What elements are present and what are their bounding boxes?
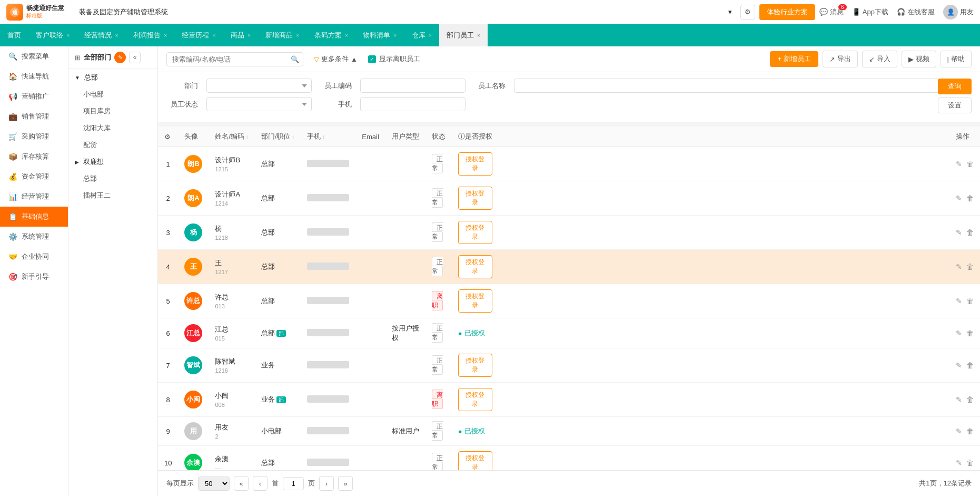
tree-item-xiaodianbu[interactable]: 小电部	[68, 86, 157, 103]
tab-barcode[interactable]: 条码方案 ×	[307, 24, 355, 46]
page-size-select[interactable]: 50 100	[198, 476, 230, 491]
auth-login-button[interactable]: 授权登录	[458, 388, 492, 411]
tab-close-customer[interactable]: ×	[66, 32, 70, 38]
edit-button[interactable]: ✎	[956, 427, 962, 435]
tab-warehouse[interactable]: 仓库 ×	[404, 24, 439, 46]
more-filter-button[interactable]: ▽ 更多条件 ▲	[309, 52, 363, 66]
delete-button[interactable]: 🗑	[966, 427, 974, 435]
help-button[interactable]: | 帮助	[941, 51, 972, 67]
sidebar-item-quicknav[interactable]: 🏠 快速导航	[0, 66, 68, 86]
sidebar-item-basicinfo[interactable]: 📋 基础信息	[0, 207, 68, 227]
sidebar-item-sysmanage[interactable]: ⚙️ 系统管理	[0, 227, 68, 247]
edit-button[interactable]: ✎	[956, 262, 962, 271]
delete-button[interactable]: 🗑	[966, 395, 974, 404]
tree-item-projectroom[interactable]: 项目库房	[68, 103, 157, 120]
delete-button[interactable]: 🗑	[966, 194, 974, 202]
show-resign-checkbox[interactable]: ✓	[368, 55, 376, 63]
tab-close-operation[interactable]: ×	[115, 32, 118, 38]
edit-button[interactable]: ✎	[956, 297, 962, 305]
auth-login-button[interactable]: 授权登录	[458, 255, 492, 278]
col-settings[interactable]: ⚙	[158, 127, 178, 147]
tab-operation[interactable]: 经营情况 ×	[77, 24, 125, 46]
sidebar-item-sales[interactable]: 💼 销售管理	[0, 106, 68, 127]
tab-close-warehouse[interactable]: ×	[429, 32, 432, 38]
import-button[interactable]: ↙ 导入	[862, 51, 897, 67]
delete-button[interactable]: 🗑	[966, 361, 974, 369]
sidebar-item-finance[interactable]: 💰 资金管理	[0, 167, 68, 187]
tree-item-peihuo[interactable]: 配货	[68, 137, 157, 153]
sidebar-item-guide[interactable]: 🎯 新手引导	[0, 267, 68, 287]
tab-bom[interactable]: 物料清单 ×	[355, 24, 404, 46]
edit-button[interactable]: ✎	[956, 361, 962, 369]
delete-button[interactable]: 🗑	[966, 297, 974, 305]
tab-close-barcode[interactable]: ×	[345, 32, 348, 38]
first-page-button[interactable]: «	[234, 476, 249, 491]
tab-goods[interactable]: 商品 ×	[223, 24, 258, 46]
search-icon-button[interactable]: 🔍	[291, 55, 299, 63]
edit-button[interactable]: ✎	[956, 459, 962, 467]
user-avatar-button[interactable]: 👤 用友	[943, 5, 974, 20]
auth-login-button[interactable]: 授权登录	[458, 451, 492, 470]
tab-close-department[interactable]: ×	[477, 32, 480, 38]
col-phone[interactable]: 手机	[301, 127, 355, 147]
tab-customer[interactable]: 客户联络 ×	[28, 24, 77, 46]
next-page-button[interactable]: ›	[319, 476, 334, 491]
auth-login-button[interactable]: 授权登录	[458, 187, 492, 210]
tree-item-shuanglu-group[interactable]: ▶双鹿想	[68, 153, 157, 170]
auth-login-button[interactable]: 授权登录	[458, 354, 492, 377]
tree-edit-button[interactable]: ✎	[114, 52, 126, 63]
app-download-button[interactable]: 📱 App下载	[852, 7, 888, 17]
query-button[interactable]: 查询	[938, 79, 972, 94]
add-employee-button[interactable]: + 新增员工	[770, 51, 818, 67]
tree-item-shenyang[interactable]: 沈阳大库	[68, 120, 157, 137]
dept-filter-select[interactable]	[206, 79, 312, 93]
search-input[interactable]	[166, 52, 303, 66]
sys-title-dropdown[interactable]: ▾	[724, 6, 736, 18]
delete-button[interactable]: 🗑	[966, 228, 974, 237]
settings-button[interactable]: ⚙	[740, 5, 755, 20]
sidebar-item-purchase[interactable]: 🛒 采购管理	[0, 127, 68, 147]
delete-button[interactable]: 🗑	[966, 459, 974, 467]
sidebar-item-bizmanage[interactable]: 📊 经营管理	[0, 187, 68, 207]
edit-button[interactable]: ✎	[956, 228, 962, 237]
delete-button[interactable]: 🗑	[966, 262, 974, 271]
emp-name-filter-input[interactable]	[514, 79, 972, 93]
tree-item-chashuwang[interactable]: 插树王二	[68, 187, 157, 204]
phone-filter-input[interactable]	[360, 97, 466, 111]
online-service-button[interactable]: 🎧 在线客服	[897, 7, 935, 17]
auth-login-button[interactable]: 授权登录	[458, 289, 492, 313]
message-button[interactable]: 💬 消息 6	[819, 7, 844, 17]
tab-add-goods[interactable]: 新增商品 ×	[258, 24, 306, 46]
sidebar-item-search[interactable]: 🔍 搜索菜单	[0, 46, 68, 66]
prev-page-button[interactable]: ‹	[253, 476, 268, 491]
auth-login-button[interactable]: 授权登录	[458, 152, 492, 176]
trial-button[interactable]: 体验行业方案	[759, 4, 815, 20]
tree-item-zongbu-group[interactable]: ▼总部	[68, 69, 157, 86]
page-number-input[interactable]	[283, 477, 304, 490]
tree-item-zongbu[interactable]: 总部	[68, 170, 157, 187]
tree-collapse-button[interactable]: «	[129, 52, 141, 63]
tab-close-goods[interactable]: ×	[248, 32, 251, 38]
tab-close-bom[interactable]: ×	[393, 32, 397, 38]
delete-button[interactable]: 🗑	[966, 329, 974, 337]
edit-button[interactable]: ✎	[956, 160, 962, 168]
video-button[interactable]: ▶ 视频	[902, 51, 936, 67]
col-dept-position[interactable]: 部门/职位	[255, 127, 301, 147]
tab-close-profit[interactable]: ×	[164, 32, 167, 38]
auth-login-button[interactable]: 授权登录	[458, 221, 492, 244]
reset-button[interactable]: 设置	[938, 98, 972, 113]
edit-button[interactable]: ✎	[956, 194, 962, 202]
sidebar-item-marketing[interactable]: 📢 营销推广	[0, 86, 68, 106]
export-button[interactable]: ↗ 导出	[823, 51, 858, 67]
tab-home[interactable]: 首页	[0, 24, 28, 46]
sidebar-item-inventory[interactable]: 📦 库存核算	[0, 147, 68, 167]
emp-status-filter-select[interactable]	[206, 97, 312, 111]
tab-close-history[interactable]: ×	[212, 32, 215, 38]
tab-profit[interactable]: 利润报告 ×	[126, 24, 174, 46]
col-name-code[interactable]: 姓名/编码	[209, 127, 254, 147]
tab-history[interactable]: 经营历程 ×	[174, 24, 223, 46]
edit-button[interactable]: ✎	[956, 329, 962, 337]
tab-department[interactable]: 部门员工 ×	[439, 24, 488, 46]
sidebar-item-collab[interactable]: 🤝 企业协同	[0, 247, 68, 267]
delete-button[interactable]: 🗑	[966, 160, 974, 168]
